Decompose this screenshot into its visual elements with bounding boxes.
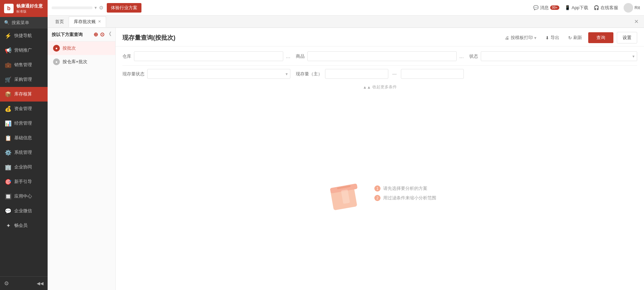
messages-badge: 99+ <box>550 5 559 10</box>
product-more-icon[interactable]: ... <box>459 53 464 59</box>
plan-icon-inactive: ● <box>53 58 60 65</box>
sidebar: b 畅康通好生意 标准版 🔍 搜索菜单 ⚡ 快捷导航 📢 营销推广 💼 销售管理… <box>0 0 48 290</box>
warehouse-input[interactable] <box>134 51 283 61</box>
settings-topbar-icon[interactable]: ⚙ <box>99 5 103 11</box>
sidebar-item-purchase[interactable]: 🛒 采购管理 <box>0 72 48 87</box>
query-button[interactable]: 查询 <box>588 32 613 43</box>
headset-icon: 🎧 <box>594 5 599 10</box>
product-input[interactable] <box>307 51 457 61</box>
enterprise-icon: 🏢 <box>5 164 12 170</box>
online-service-button[interactable]: 🎧 在线客服 <box>594 5 618 11</box>
plan-label-by-batch: 按批次 <box>63 45 76 51</box>
left-panel-title: 按以下方案查询 <box>52 32 83 38</box>
messages-button[interactable]: 💬 消息 99+ <box>533 5 559 11</box>
hint-number-2: 2 <box>374 195 380 201</box>
sidebar-item-basic[interactable]: 📋 基础信息 <box>0 131 48 145</box>
filter-divider <box>122 65 637 66</box>
main-qty-min-input[interactable] <box>325 69 388 79</box>
sidebar-item-enterprise[interactable]: 🏢 企业协同 <box>0 160 48 175</box>
user-menu[interactable]: Rit <box>624 3 640 13</box>
export-label: 导出 <box>550 35 559 41</box>
sidebar-item-member[interactable]: ✦ 畅会员 <box>0 218 48 233</box>
page-header: 现存量查询(按批次) 🖨 按模板打印 ▾ ⬇ 导出 ↻ 刷新 <box>116 28 644 47</box>
sidebar-item-marketing[interactable]: 📢 营销推广 <box>0 43 48 58</box>
search-menu-label: 搜索菜单 <box>12 20 29 26</box>
trial-button[interactable]: 体验行业方案 <box>107 3 141 13</box>
print-label: 按模板打印 <box>511 35 533 41</box>
warehouse-label: 仓库 <box>122 53 131 59</box>
sidebar-header-text: 畅康通好生意 标准版 <box>16 3 43 14</box>
message-icon: 💬 <box>533 5 539 10</box>
print-button[interactable]: 🖨 按模板打印 ▾ <box>502 33 539 42</box>
marketing-icon: 📢 <box>5 47 12 54</box>
main-qty-dash: — <box>391 71 398 76</box>
topbar-search[interactable] <box>52 6 92 9</box>
product-label: 商品 <box>296 53 305 59</box>
apps-icon: 🔲 <box>5 193 12 200</box>
main-qty-max-input[interactable] <box>401 69 464 79</box>
filter-row-2: 现存量状态 ▾ 现存量（主） — <box>122 69 637 79</box>
sidebar-item-label: 销售管理 <box>14 62 32 68</box>
sidebar-item-label: 基础信息 <box>14 135 32 141</box>
basic-icon: 📋 <box>5 135 12 141</box>
main-qty-filter-group: 现存量（主） — <box>296 69 464 79</box>
status-filter-group: 状态 ▾ <box>469 51 637 61</box>
sidebar-item-wechat[interactable]: 💬 企业微信 <box>0 204 48 218</box>
sidebar-item-guide[interactable]: 🎯 新手引导 <box>0 175 48 189</box>
finance-icon: 💰 <box>5 106 12 112</box>
tabbar: 首页 库存批次账 ✕ ✕ <box>48 16 644 28</box>
print-dropdown-icon[interactable]: ▾ <box>534 35 537 40</box>
sidebar-item-system[interactable]: ⚙️ 系统管理 <box>0 145 48 160</box>
sidebar-collapse-button[interactable]: ◀◀ <box>37 281 44 286</box>
avatar <box>624 3 633 13</box>
collapse-panel-icon[interactable]: 《 <box>106 31 111 38</box>
collapse-more-button[interactable]: ▲▲ 收起更多条件 <box>122 83 637 91</box>
sidebar-item-apps[interactable]: 🔲 应用中心 <box>0 189 48 204</box>
app-download-button[interactable]: 📱 App下载 <box>565 5 588 11</box>
export-button[interactable]: ⬇ 导出 <box>543 33 562 42</box>
sidebar-item-label: 经营管理 <box>14 120 32 126</box>
filter-area: 仓库 ... 商品 ... 状态 <box>116 47 644 96</box>
tab-home[interactable]: 首页 <box>50 17 69 27</box>
tab-panel-close-icon[interactable]: ✕ <box>631 18 641 25</box>
sidebar-item-label: 采购管理 <box>14 76 32 83</box>
plan-item-by-warehouse-batch[interactable]: ● 按仓库+批次 <box>48 55 115 69</box>
tab-close-icon[interactable]: ✕ <box>98 19 101 24</box>
inventory-status-select-wrapper: ▾ <box>147 69 290 79</box>
page-title: 现存量查询(按批次) <box>122 34 175 42</box>
sidebar-item-label: 资金管理 <box>14 106 32 112</box>
page-actions: 🖨 按模板打印 ▾ ⬇ 导出 ↻ 刷新 查询 设置 <box>502 32 637 43</box>
guide-icon: 🎯 <box>5 179 12 185</box>
empty-state: 1 请先选择要分析的方案 2 用过滤条件来缩小分析范围 <box>116 96 644 290</box>
purchase-icon: 🛒 <box>5 76 12 83</box>
inventory-status-select[interactable] <box>147 69 290 79</box>
add-plan-icon[interactable]: ⊕ <box>94 31 98 38</box>
inventory-icon: 📦 <box>5 91 12 97</box>
sidebar-item-label: 应用中心 <box>14 193 32 199</box>
system-icon: ⚙️ <box>5 149 12 156</box>
hint-item-2: 2 用过滤条件来缩小分析范围 <box>374 195 436 201</box>
dropdown-icon[interactable]: ▾ <box>95 5 97 10</box>
status-select[interactable] <box>481 51 637 61</box>
sidebar-item-inventory[interactable]: 📦 库存核算 <box>0 87 48 102</box>
search-menu[interactable]: 🔍 搜索菜单 <box>0 17 48 29</box>
sidebar-item-shortcut[interactable]: ⚡ 快捷导航 <box>0 29 48 43</box>
tab-inventory-batch[interactable]: 库存批次账 ✕ <box>69 16 106 27</box>
company-name: 畅康通好生意 <box>16 3 43 9</box>
left-panel-icons: ⊕ ⊙ 《 <box>94 31 111 38</box>
refresh-button[interactable]: ↻ 刷新 <box>565 33 585 42</box>
settings-button[interactable]: 设置 <box>617 32 637 43</box>
sidebar-item-sales[interactable]: 💼 销售管理 <box>0 58 48 72</box>
topbar-actions: 💬 消息 99+ 📱 App下载 🎧 在线客服 Rit <box>533 3 640 13</box>
main-qty-label: 现存量（主） <box>296 71 322 77</box>
breadcrumb: ▾ ⚙ <box>52 5 103 11</box>
sidebar-item-label: 库存核算 <box>14 91 32 97</box>
settings-icon[interactable]: ⚙ <box>4 280 9 287</box>
settings-plan-icon[interactable]: ⊙ <box>100 31 104 38</box>
sidebar-item-finance[interactable]: 💰 资金管理 <box>0 102 48 116</box>
plan-item-by-batch[interactable]: ● 按批次 <box>48 41 115 55</box>
collapse-more-label: 收起更多条件 <box>372 84 397 90</box>
sidebar-item-operations[interactable]: 📊 经营管理 <box>0 116 48 131</box>
warehouse-more-icon[interactable]: ... <box>286 53 290 59</box>
home-tab-label: 首页 <box>55 19 64 25</box>
